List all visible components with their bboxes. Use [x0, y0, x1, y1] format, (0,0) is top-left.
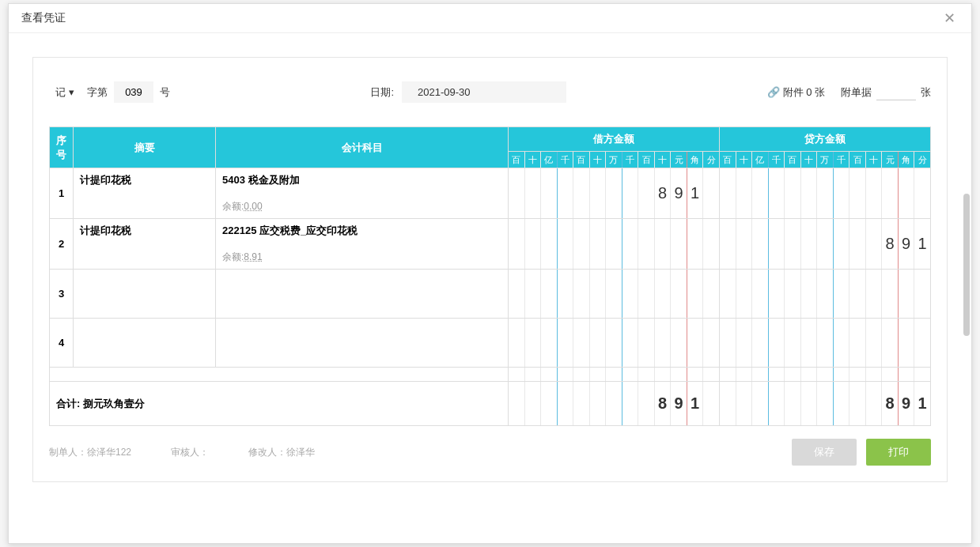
account-cell[interactable]: 5403 税金及附加余额:0.00 [216, 168, 509, 219]
summary-cell[interactable] [74, 270, 216, 319]
row-seq: 3 [50, 270, 74, 319]
gap-debit[interactable] [509, 368, 720, 382]
digit-header: 百 [849, 152, 866, 168]
digit-header: 元 [671, 152, 687, 168]
voucher-type-dropdown[interactable]: 记 ▾ [49, 82, 81, 103]
digit-header: 千 [769, 152, 785, 168]
table-row: 4 [50, 319, 931, 368]
zhang-label: 张 [921, 85, 931, 100]
digit-header: 千 [834, 152, 850, 168]
maker-info: 制单人：徐泽华122 [49, 446, 131, 459]
credit-amount[interactable]: 891 [720, 219, 931, 270]
link-icon: 🔗 [767, 86, 780, 98]
digit-header: 千 [558, 152, 574, 168]
total-credit[interactable]: 891 [720, 382, 931, 426]
row-seq: 4 [50, 319, 74, 368]
digit-header: 万 [817, 152, 834, 168]
digit-header: 亿 [752, 152, 769, 168]
account-name: 222125 应交税费_应交印花税 [222, 224, 501, 238]
digit-header: 十 [801, 152, 818, 168]
row-seq: 2 [50, 219, 74, 270]
modal-header: 查看凭证 ✕ [9, 4, 971, 33]
total-debit[interactable]: 891 [509, 382, 720, 426]
scrollbar[interactable] [963, 36, 970, 535]
voucher-meta-row: 记 ▾ 字第 号 日期: 🔗 附件 0 张 [49, 81, 931, 103]
digit-header: 十 [866, 152, 883, 168]
row-seq: 1 [50, 168, 74, 219]
save-button[interactable]: 保存 [792, 439, 857, 466]
digit-header: 十 [525, 152, 542, 168]
voucher-panel: 记 ▾ 字第 号 日期: 🔗 附件 0 张 [32, 57, 948, 482]
digit-header: 百 [638, 152, 655, 168]
digit-header: 分 [703, 152, 719, 168]
total-label: 合计: 捌元玖角壹分 [50, 382, 509, 426]
auditor-info: 审核人： [171, 446, 209, 459]
print-button[interactable]: 打印 [866, 439, 931, 466]
hao-label: 号 [160, 85, 170, 100]
voucher-type-label: 记 [55, 85, 66, 100]
table-row: 3 [50, 270, 931, 319]
debit-amount[interactable] [509, 319, 720, 368]
voucher-date-input[interactable] [402, 81, 566, 103]
digit-header: 亿 [541, 152, 558, 168]
voucher-table: 序号 摘要 会计科目 借方金额 贷方金额 百十亿千百十万千百十元角分百十亿千百十… [49, 126, 931, 426]
table-row: 1计提印花税5403 税金及附加余额:0.00891 [50, 168, 931, 219]
digit-header: 角 [687, 152, 704, 168]
debit-amount[interactable] [509, 219, 720, 270]
attach-doc-label: 附单据 [841, 85, 872, 100]
gap-credit[interactable] [720, 368, 931, 382]
digit-header: 百 [509, 152, 525, 168]
digit-header: 万 [606, 152, 622, 168]
chevron-down-icon: ▾ [69, 86, 74, 98]
close-icon[interactable]: ✕ [940, 9, 959, 28]
account-balance: 余额:8.91 [222, 251, 501, 264]
digit-header: 十 [655, 152, 672, 168]
voucher-id-group: 记 ▾ 字第 号 [49, 81, 170, 103]
scrollbar-thumb[interactable] [963, 194, 970, 336]
footer-meta: 制单人：徐泽华122 审核人： 修改人：徐泽华 [49, 446, 315, 459]
date-label: 日期: [370, 85, 394, 100]
gap-row [50, 368, 931, 382]
table-row: 2计提印花税222125 应交税费_应交印花税余额:8.91891 [50, 219, 931, 270]
account-balance: 余额:0.00 [222, 200, 501, 213]
voucher-number-input[interactable] [114, 81, 153, 103]
voucher-date-group: 日期: [370, 81, 566, 103]
zidi-label: 字第 [87, 85, 108, 100]
summary-cell[interactable]: 计提印花税 [74, 219, 216, 270]
digit-header: 百 [720, 152, 736, 168]
summary-cell[interactable] [74, 319, 216, 368]
credit-amount[interactable] [720, 319, 931, 368]
attachment-group: 🔗 附件 0 张 附单据 张 [767, 85, 931, 100]
voucher-modal: 查看凭证 ✕ 记账凭证 ↻ 刷新 记 ▾ 字第 号 [8, 3, 972, 544]
col-account: 会计科目 [216, 127, 509, 168]
debit-amount[interactable]: 891 [509, 168, 720, 219]
digit-header: 角 [899, 152, 915, 168]
digit-header: 百 [785, 152, 801, 168]
attachment-link[interactable]: 🔗 附件 0 张 [767, 85, 825, 100]
total-row: 合计: 捌元玖角壹分891891 [50, 382, 931, 426]
digit-header: 分 [914, 152, 930, 168]
digit-header: 千 [622, 152, 639, 168]
attachment-count: 附件 0 张 [783, 85, 825, 100]
voucher-footer: 制单人：徐泽华122 审核人： 修改人：徐泽华 保存 打印 [49, 439, 931, 466]
page-title: 记账凭证 [32, 33, 102, 37]
attach-doc-input[interactable] [876, 85, 916, 100]
digit-header: 元 [882, 152, 899, 168]
digit-header: 百 [573, 152, 590, 168]
account-cell[interactable] [216, 319, 509, 368]
modal-body: 记账凭证 ↻ 刷新 记 ▾ 字第 号 [9, 33, 971, 543]
account-cell[interactable] [216, 270, 509, 319]
modifier-info: 修改人：徐泽华 [248, 446, 315, 459]
debit-amount[interactable] [509, 270, 720, 319]
summary-cell[interactable]: 计提印花税 [74, 168, 216, 219]
account-name: 5403 税金及附加 [222, 173, 501, 187]
digit-header: 十 [590, 152, 607, 168]
footer-buttons: 保存 打印 [792, 439, 931, 466]
modal-title: 查看凭证 [21, 11, 66, 25]
account-cell[interactable]: 222125 应交税费_应交印花税余额:8.91 [216, 219, 509, 270]
col-summary: 摘要 [74, 127, 216, 168]
col-seq: 序号 [50, 127, 74, 168]
credit-amount[interactable] [720, 270, 931, 319]
col-credit: 贷方金额 [720, 127, 931, 152]
credit-amount[interactable] [720, 168, 931, 219]
